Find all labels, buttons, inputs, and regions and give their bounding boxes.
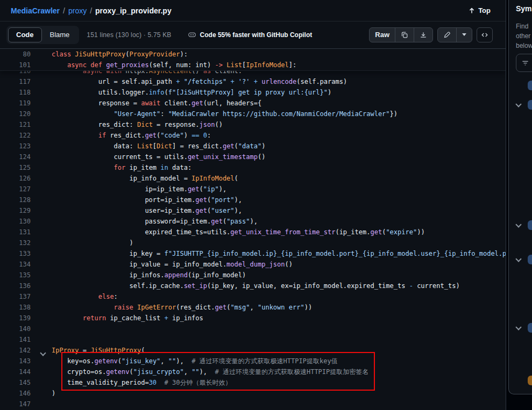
code-text <box>47 323 506 334</box>
code-text: "User-Agent": "MediaCrawler https://gith… <box>47 109 506 119</box>
line-number[interactable]: 139 <box>0 313 47 323</box>
line-number[interactable]: 129 <box>0 205 47 216</box>
line-number[interactable]: 121 <box>0 119 47 130</box>
symbol-pill[interactable] <box>528 376 532 385</box>
line-number[interactable]: 138 <box>0 302 47 313</box>
symbol-pill[interactable] <box>528 220 532 230</box>
symbols-panel-toggle-button[interactable] <box>477 27 493 42</box>
code-text: if res_dict.get("code") == 0: <box>47 130 506 141</box>
symbols-description-line: Find <box>516 21 532 31</box>
symbol-list-item[interactable] <box>509 220 532 230</box>
code-text: async with httpx.AsyncClient() as client… <box>47 71 506 76</box>
code-line: 101 async def get_proxies(self, num: int… <box>0 60 506 70</box>
tab-blame[interactable]: Blame <box>42 27 78 42</box>
code-area: 80class JiSuHttpProxy(ProxyProvider):101… <box>0 48 506 410</box>
code-text: user=ip_item.get("user"), <box>47 205 506 216</box>
line-number[interactable]: 130 <box>0 216 47 227</box>
code-line: 147 <box>0 399 506 409</box>
line-number[interactable]: 145 <box>0 377 47 388</box>
line-number[interactable]: 136 <box>0 280 47 291</box>
chevron-down-icon[interactable] <box>515 256 521 262</box>
copy-button[interactable] <box>395 28 414 42</box>
line-number[interactable]: 147 <box>0 399 47 409</box>
filter-icon <box>521 59 529 67</box>
line-number[interactable]: 125 <box>0 162 47 173</box>
edit-button[interactable] <box>438 28 457 42</box>
symbols-filter-input[interactable] <box>516 54 532 72</box>
edit-dropdown-button[interactable] <box>457 28 472 42</box>
code-line: 127 ip=ip_item.get("ip"), <box>0 184 506 195</box>
symbol-pill[interactable] <box>528 100 532 110</box>
line-number[interactable]: 134 <box>0 259 47 270</box>
line-number[interactable]: 146 <box>0 388 47 399</box>
symbol-list-item[interactable] <box>509 81 532 90</box>
tab-code[interactable]: Code <box>8 27 42 42</box>
line-number[interactable]: 135 <box>0 270 47 280</box>
line-number[interactable]: 117 <box>0 76 47 87</box>
code-text: data: List[Dict] = res_dict.get("data") <box>47 141 506 152</box>
code-text: return ip_cache_list + ip_infos <box>47 313 506 323</box>
code-line: 119 response = await client.get(url, hea… <box>0 98 506 109</box>
line-number[interactable]: 128 <box>0 195 47 205</box>
breadcrumb-folder-link[interactable]: proxy <box>68 6 87 15</box>
line-number[interactable]: 118 <box>0 87 47 98</box>
symbol-pill[interactable] <box>528 81 532 90</box>
line-number[interactable]: 126 <box>0 173 47 184</box>
chevron-down-icon[interactable] <box>515 101 521 107</box>
line-number[interactable]: 116 <box>0 71 47 76</box>
symbol-list-item[interactable] <box>509 100 532 110</box>
code-line: 143 key=os.getenv("jisu_key", ""), # 通过环… <box>0 356 506 366</box>
line-number[interactable]: 101 <box>0 60 47 70</box>
line-number[interactable]: 124 <box>0 152 47 162</box>
code-text: ip=ip_item.get("ip"), <box>47 184 506 195</box>
line-number[interactable]: 142 <box>0 345 47 356</box>
line-number[interactable]: 127 <box>0 184 47 195</box>
line-number[interactable]: 137 <box>0 291 47 302</box>
breadcrumb-repo-link[interactable]: MediaCrawler <box>11 6 60 15</box>
line-number[interactable]: 141 <box>0 334 47 345</box>
line-number[interactable]: 140 <box>0 323 47 334</box>
code-line: 128 port=ip_item.get("port"), <box>0 195 506 205</box>
code-text: ) <box>47 238 506 248</box>
chevron-down-icon[interactable] <box>515 324 521 330</box>
code-text: async def get_proxies(self, num: int) ->… <box>47 60 506 70</box>
line-number[interactable]: 144 <box>0 366 47 377</box>
line-number[interactable]: 133 <box>0 248 47 259</box>
code-line: 129 user=ip_item.get("user"), <box>0 205 506 216</box>
back-to-top-button[interactable]: Top <box>468 6 491 15</box>
line-number[interactable]: 132 <box>0 238 47 248</box>
copilot-banner[interactable]: Code 55% faster with GitHub Copilot <box>188 31 313 39</box>
line-number[interactable]: 119 <box>0 98 47 109</box>
code-text: password=ip_item.get("pass"), <box>47 216 506 227</box>
breadcrumb-current-file: proxy_ip_provider.py <box>95 6 172 15</box>
line-number[interactable]: 122 <box>0 130 47 141</box>
code-text: crypto=os.getenv("jisu_crypto", ""), # 通… <box>47 366 506 377</box>
symbol-list-item[interactable] <box>509 323 532 333</box>
line-number[interactable]: 80 <box>0 49 47 60</box>
line-number[interactable]: 143 <box>0 356 47 366</box>
copilot-banner-label: Code 55% faster with GitHub Copilot <box>200 31 313 39</box>
symbol-pill[interactable] <box>528 323 532 333</box>
line-number[interactable]: 120 <box>0 109 47 119</box>
fold-chevron-icon[interactable] <box>38 348 45 353</box>
symbol-pill[interactable] <box>528 255 532 264</box>
code-text: class JiSuHttpProxy(ProxyProvider): <box>47 49 506 60</box>
code-text: ip_value = ip_info_model.model_dump_json… <box>47 259 506 270</box>
code-line: 136 self.ip_cache.set_ip(ip_key, ip_valu… <box>0 280 506 291</box>
symbol-list-item[interactable] <box>509 376 532 385</box>
symbol-list-item[interactable] <box>509 255 532 264</box>
code-line: 121 res_dict: Dict = response.json() <box>0 119 506 130</box>
line-number[interactable]: 123 <box>0 141 47 152</box>
download-button[interactable] <box>414 28 432 42</box>
symbols-panel: Sym Findotherbelow <box>508 0 532 394</box>
code-text <box>47 334 506 345</box>
breadcrumb-separator: / <box>90 6 92 15</box>
code-text: key=os.getenv("jisu_key", ""), # 通过环境变量的… <box>47 356 506 366</box>
line-number[interactable]: 131 <box>0 227 47 238</box>
raw-button[interactable]: Raw <box>370 28 395 42</box>
code-text: self.ip_cache.set_ip(ip_key, ip_value, e… <box>47 280 506 291</box>
code-line: 135 ip_infos.append(ip_info_model) <box>0 270 506 280</box>
raw-button-group: Raw <box>369 27 433 42</box>
code-line: 125 for ip_item in data: <box>0 162 506 173</box>
chevron-down-icon[interactable] <box>515 221 521 227</box>
